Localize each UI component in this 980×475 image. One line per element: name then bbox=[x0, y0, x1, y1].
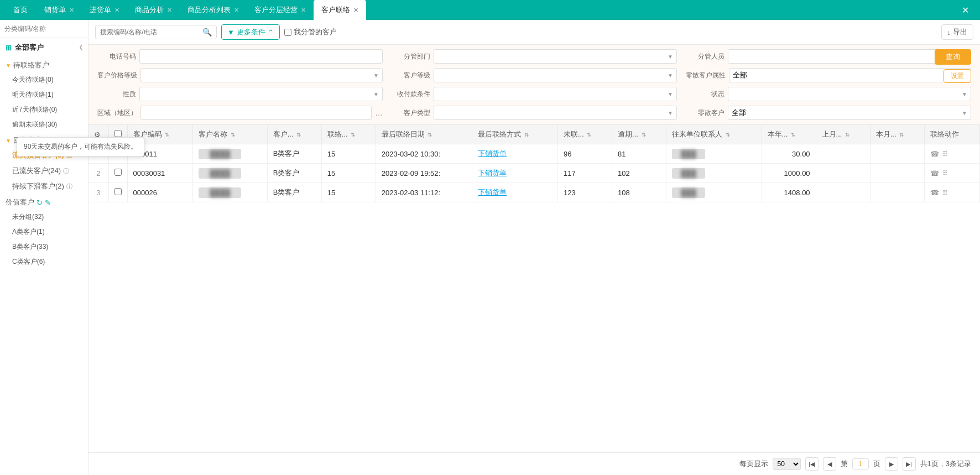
page-unit: 页 bbox=[873, 459, 880, 469]
grade-select[interactable]: ▼ bbox=[434, 68, 677, 82]
col-last-date[interactable]: 最后联络日期 ⇅ bbox=[376, 125, 472, 144]
cell-last-date: 2023-03-02 10:30: bbox=[376, 144, 472, 164]
pending-arrow-icon: ▼ bbox=[6, 62, 11, 69]
nature-select[interactable]: ▼ bbox=[139, 87, 383, 101]
value-group-edit-icon[interactable]: ✎ bbox=[45, 199, 51, 207]
tab-customer-tier[interactable]: 客户分层经营 ✕ bbox=[247, 0, 314, 20]
status-select[interactable]: ▼ bbox=[728, 87, 971, 101]
query-button[interactable]: 查询 bbox=[935, 49, 971, 65]
all-customers-header[interactable]: ⊞ 全部客户 《 bbox=[0, 38, 88, 57]
action-more-icon[interactable]: ⠿ bbox=[942, 150, 948, 158]
page-input[interactable] bbox=[852, 458, 869, 469]
customer-table: ⚙ 客户编码 ⇅ 客户名称 ⇅ 客户... ⇅ bbox=[88, 125, 980, 202]
cell-last-method[interactable]: 下销货单 bbox=[472, 144, 558, 164]
customer-type-select[interactable]: ▼ bbox=[434, 106, 677, 120]
action-contact-icon[interactable]: ☎ bbox=[930, 189, 939, 197]
person-select[interactable]: ▼ bbox=[728, 49, 960, 64]
settings-button[interactable]: 设置 bbox=[943, 69, 971, 83]
col-type[interactable]: 客户... ⇅ bbox=[267, 125, 321, 144]
prev-page-button[interactable]: ◀ bbox=[823, 457, 836, 471]
col-last-method[interactable]: 最后联络方式 ⇅ bbox=[472, 125, 558, 144]
sidebar-item-today[interactable]: 今天待联络(0) bbox=[0, 72, 88, 87]
sidebar-item-b-class[interactable]: B类客户(33) bbox=[0, 239, 88, 254]
cell-this-year: 1000.00 bbox=[762, 164, 816, 183]
filter-zero-attr-row: 零散客户属性 全部 ▼ bbox=[686, 68, 971, 82]
status-label: 状态 bbox=[686, 90, 724, 99]
col-this-month[interactable]: 本月... ⇅ bbox=[870, 125, 924, 144]
area-select[interactable] bbox=[140, 106, 372, 120]
search-icon[interactable]: 🔍 bbox=[202, 28, 212, 36]
sidebar-search-input[interactable] bbox=[4, 25, 87, 33]
sidebar-item-already-lost[interactable]: 已流失客户(24) ⓘ bbox=[0, 163, 88, 179]
page-size-select[interactable]: 50 100 200 bbox=[773, 458, 801, 470]
zero-attr-select[interactable]: 全部 ▼ bbox=[729, 68, 971, 82]
select-all-checkbox[interactable] bbox=[114, 130, 122, 137]
close-tab-purchase[interactable]: ✕ bbox=[114, 7, 119, 14]
cell-no-contact: 123 bbox=[557, 183, 612, 202]
sidebar-item-ungrp[interactable]: 未分组(32) bbox=[0, 210, 88, 225]
action-more-icon[interactable]: ⠿ bbox=[942, 189, 948, 197]
tab-customer-contact[interactable]: 客户联络 ✕ bbox=[314, 0, 366, 20]
payment-select[interactable]: ▼ bbox=[434, 87, 677, 101]
pending-group-title[interactable]: ▼ 待联络客户 bbox=[0, 57, 88, 72]
cell-last-method[interactable]: 下销货单 bbox=[472, 164, 558, 183]
table-row: 2 00030031 ████ B类客户 15 2023-02-09 19:52… bbox=[88, 164, 980, 183]
sidebar-item-tomorrow[interactable]: 明天待联络(1) bbox=[0, 87, 88, 102]
col-name[interactable]: 客户名称 ⇅ bbox=[193, 125, 267, 144]
close-tab-sales[interactable]: ✕ bbox=[69, 7, 74, 14]
value-group-refresh-icon[interactable]: ↻ bbox=[37, 199, 43, 207]
action-more-icon[interactable]: ⠿ bbox=[942, 169, 948, 178]
cell-checkbox[interactable] bbox=[108, 164, 127, 183]
cell-last-method[interactable]: 下销货单 bbox=[472, 183, 558, 202]
cell-last-date: 2023-02-09 19:52: bbox=[376, 164, 472, 183]
tab-home[interactable]: 首页 bbox=[4, 0, 37, 20]
col-overdue[interactable]: 逾期... ⇅ bbox=[612, 125, 666, 144]
export-button[interactable]: ↓ 导出 bbox=[941, 24, 974, 40]
close-tab-product-analysis-list[interactable]: ✕ bbox=[234, 7, 239, 14]
col-contact-person[interactable]: 往来单位联系人 ⇅ bbox=[666, 125, 762, 144]
person-label: 分管人员 bbox=[686, 52, 724, 61]
close-tab-customer-tier[interactable]: ✕ bbox=[301, 7, 306, 14]
sidebar-item-7days[interactable]: 近7天待联络(0) bbox=[0, 102, 88, 117]
cell-type: B类客户 bbox=[267, 144, 321, 164]
action-contact-icon[interactable]: ☎ bbox=[930, 150, 939, 158]
cell-overdue: 81 bbox=[612, 144, 666, 164]
lost-tooltip: 90天未交易的客户，可能有流失风险。 bbox=[17, 137, 88, 156]
sidebar-item-overdue[interactable]: 逾期未联络(30) bbox=[0, 117, 88, 132]
tab-product-analysis[interactable]: 商品分析 ✕ bbox=[127, 0, 180, 20]
col-this-year[interactable]: 本年... ⇅ bbox=[762, 125, 816, 144]
first-page-button[interactable]: |◀ bbox=[805, 457, 819, 471]
col-no-contact[interactable]: 未联... ⇅ bbox=[557, 125, 612, 144]
sidebar-search-wrap: 🔍 bbox=[0, 20, 88, 38]
table-header-row: ⚙ 客户编码 ⇅ 客户名称 ⇅ 客户... ⇅ bbox=[88, 125, 980, 144]
close-tab-product-analysis[interactable]: ✕ bbox=[167, 7, 172, 14]
tab-purchase[interactable]: 进货单 ✕ bbox=[82, 0, 127, 20]
col-last-month[interactable]: 上月... ⇅ bbox=[816, 125, 870, 144]
cell-this-month bbox=[870, 144, 924, 164]
toolbar: 🔍 ▼ 更多条件 ⌃ 我分管的客户 ↓ 导出 bbox=[88, 20, 980, 45]
tab-product-analysis-list[interactable]: 商品分析列表 ✕ bbox=[180, 0, 247, 20]
more-filter-button[interactable]: ▼ 更多条件 ⌃ bbox=[221, 24, 280, 40]
close-tab-customer-contact[interactable]: ✕ bbox=[353, 7, 358, 14]
price-grade-label: 客户价格等级 bbox=[97, 71, 137, 80]
cell-checkbox[interactable] bbox=[108, 183, 127, 202]
area-dots[interactable]: … bbox=[375, 108, 383, 117]
tab-sales[interactable]: 销货单 ✕ bbox=[37, 0, 82, 20]
search-input[interactable] bbox=[100, 28, 202, 36]
price-grade-select[interactable]: ▼ bbox=[140, 68, 383, 82]
my-customer-checkbox[interactable] bbox=[284, 29, 291, 36]
sidebar-item-a-class[interactable]: A类客户(1) bbox=[0, 225, 88, 239]
phone-input[interactable] bbox=[139, 49, 383, 64]
last-page-button[interactable]: ▶| bbox=[903, 457, 916, 471]
col-contact[interactable]: 联络... ⇅ bbox=[321, 125, 376, 144]
window-close-button[interactable]: ✕ bbox=[955, 5, 976, 15]
last-method-sort-icon: ⇅ bbox=[524, 132, 529, 138]
filter-zero-customer-row: 零散客户 全部 ▼ bbox=[686, 106, 971, 120]
sidebar-item-c-class[interactable]: C类客户(6) bbox=[0, 254, 88, 269]
sidebar-item-declining[interactable]: 持续下滑客户(2) ⓘ bbox=[0, 179, 88, 194]
zero-customer-select[interactable]: 全部 ▼ bbox=[728, 106, 971, 120]
dept-select[interactable]: ▼ bbox=[434, 49, 677, 64]
action-contact-icon[interactable]: ☎ bbox=[930, 169, 939, 178]
next-page-button[interactable]: ▶ bbox=[885, 457, 898, 471]
overdue-sort-icon: ⇅ bbox=[642, 132, 646, 138]
